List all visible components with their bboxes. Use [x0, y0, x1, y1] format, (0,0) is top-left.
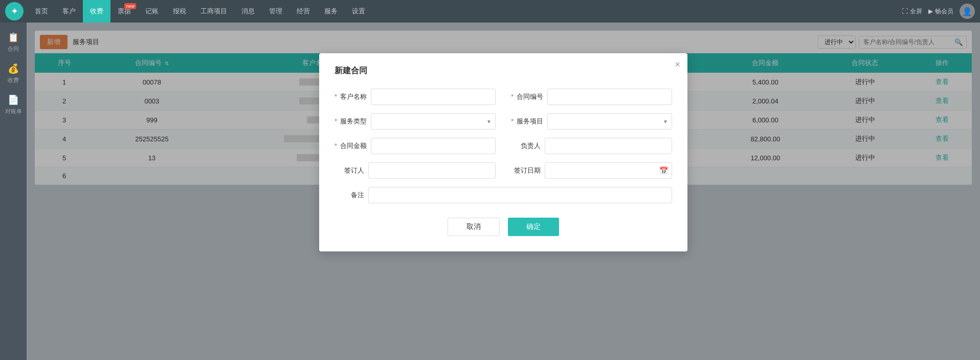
new-contract-modal: × 新建合同 * 客户名称 * 合同编号 — [319, 53, 687, 251]
new-badge: new — [124, 3, 136, 9]
contract-no-label: * 合同编号 — [511, 92, 543, 101]
required-star2: * — [511, 93, 514, 100]
main-content: 新增 服务项目 进行中 已结束 全部 🔍 — [27, 23, 980, 360]
service-type-row: * 服务类型 ▼ — [335, 113, 496, 130]
responsible-label: 负责人 — [511, 141, 541, 151]
service-item-select-wrap: ▼ — [547, 113, 672, 130]
sidebar: 📋 合同 💰 收费 📄 对账单 — [0, 23, 27, 360]
sign-date-row: 签订日期 2023-06-06 📅 — [511, 162, 672, 179]
signer-label: 签订人 — [335, 166, 364, 175]
contract-no-row: * 合同编号 — [511, 89, 672, 105]
main-layout: 📋 合同 💰 收费 📄 对账单 新增 服务项目 进行中 已结束 全部 — [0, 23, 980, 360]
contract-amount-input[interactable]: 0.00 — [371, 138, 496, 154]
required-star: * — [335, 93, 337, 100]
avatar[interactable]: 👤 — [960, 4, 975, 19]
nav-tax[interactable]: 报税 — [166, 0, 193, 23]
contract-amount-row: * 合同金额 0.00 — [335, 138, 496, 154]
customer-name-row: * 客户名称 — [335, 89, 496, 105]
modal-title: 新建合同 — [335, 66, 672, 76]
remark-input[interactable] — [368, 187, 672, 203]
service-item-row: * 服务项目 ▼ — [511, 113, 672, 130]
responsible-row: 负责人 — [511, 138, 672, 154]
nav-right: ⛶ 全屏 ▶ 畅会员 👤 — [902, 4, 975, 19]
nav-message[interactable]: 消息 — [234, 0, 262, 23]
service-item-label: * 服务项目 — [511, 117, 543, 126]
nav-customer[interactable]: 客户 — [55, 0, 83, 23]
fullscreen-icon: ⛶ — [902, 8, 908, 15]
nav-business[interactable]: 工商项目 — [193, 0, 234, 23]
signer-row: 签订人 — [335, 162, 496, 179]
customer-name-input[interactable] — [371, 89, 496, 105]
service-type-label: * 服务类型 — [335, 117, 367, 126]
confirm-button[interactable]: 确定 — [508, 218, 559, 236]
sidebar-item-fee[interactable]: 💰 收费 — [0, 59, 27, 88]
nav-settings[interactable]: 设置 — [345, 0, 372, 23]
modal-footer: 取消 确定 — [335, 218, 672, 236]
nav-accounting[interactable]: 记账 — [138, 0, 166, 23]
sign-date-wrap: 2023-06-06 📅 — [545, 162, 672, 179]
statement-icon: 📄 — [8, 94, 19, 105]
service-item-select[interactable] — [547, 113, 672, 130]
top-navigation: ✦ 首页 客户 收费 票据 new 记账 报税 工商项目 消息 管理 经营 服务… — [0, 0, 980, 23]
play-icon: ▶ — [928, 8, 933, 15]
nav-home[interactable]: 首页 — [28, 0, 55, 23]
service-type-select[interactable] — [371, 113, 496, 130]
sidebar-item-contract[interactable]: 📋 合同 — [0, 28, 27, 57]
remark-label: 备注 — [335, 190, 364, 200]
fee-icon: 💰 — [8, 63, 19, 74]
signer-input[interactable] — [368, 162, 496, 179]
form-grid: * 客户名称 * 合同编号 — [335, 89, 672, 203]
sidebar-item-statement[interactable]: 📄 对账单 — [0, 90, 27, 119]
nav-operation[interactable]: 经营 — [289, 0, 317, 23]
modal-overlay: × 新建合同 * 客户名称 * 合同编号 — [27, 23, 980, 360]
fullscreen-button[interactable]: ⛶ 全屏 — [902, 7, 922, 16]
sign-date-label: 签订日期 — [511, 166, 541, 175]
remark-row: 备注 — [335, 187, 672, 203]
nav-service[interactable]: 服务 — [317, 0, 345, 23]
nav-manage[interactable]: 管理 — [262, 0, 289, 23]
nav-fee[interactable]: 收费 — [83, 0, 110, 23]
nav-menu: 首页 客户 收费 票据 new 记账 报税 工商项目 消息 管理 经营 服务 设… — [28, 0, 902, 23]
service-type-select-wrap: ▼ — [371, 113, 496, 130]
modal-close-button[interactable]: × — [675, 59, 680, 70]
customer-name-label: * 客户名称 — [335, 92, 367, 101]
contract-amount-label: * 合同金额 — [335, 141, 367, 151]
sign-date-input[interactable]: 2023-06-06 — [545, 162, 672, 179]
contract-no-input[interactable] — [547, 89, 672, 105]
nav-invoice[interactable]: 票据 new — [110, 0, 138, 23]
contract-icon: 📋 — [8, 32, 19, 43]
member-button[interactable]: ▶ 畅会员 — [928, 7, 953, 16]
responsible-input[interactable] — [545, 138, 672, 154]
app-logo: ✦ — [5, 2, 24, 20]
cancel-button[interactable]: 取消 — [448, 218, 500, 236]
